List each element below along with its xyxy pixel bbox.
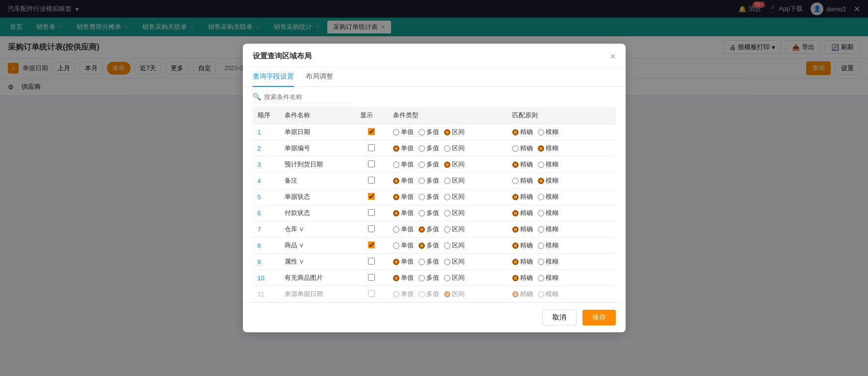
modal-overlay: 设置查询区域布局 × 查询字段设置 布局调整 🔍 顺序 — [0, 0, 868, 96]
dialog-search-area: 🔍 — [243, 87, 626, 96]
dialog-close-button[interactable]: × — [610, 52, 616, 61]
search-icon: 🔍 — [253, 93, 261, 96]
dialog-tabs: 查询字段设置 布局调整 — [243, 67, 626, 87]
search-input-wrap: 🔍 — [253, 93, 351, 96]
dialog-title: 设置查询区域布局 — [253, 52, 312, 61]
tab-layout-adjust[interactable]: 布局调整 — [306, 67, 333, 87]
dialog-header: 设置查询区域布局 × — [243, 44, 626, 67]
search-input[interactable] — [264, 93, 342, 96]
tab-query-fields[interactable]: 查询字段设置 — [253, 67, 294, 87]
dialog: 设置查询区域布局 × 查询字段设置 布局调整 🔍 顺序 — [243, 44, 626, 96]
